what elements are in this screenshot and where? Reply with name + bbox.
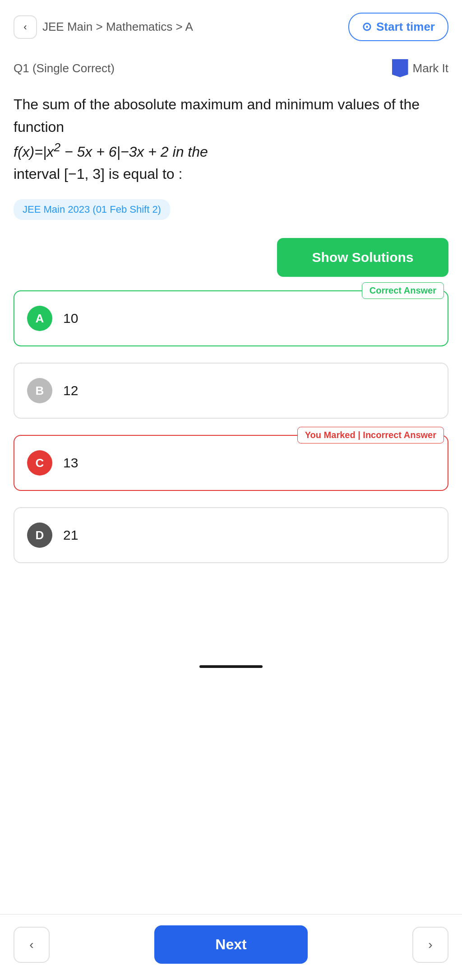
show-solutions-button[interactable]: Show Solutions <box>277 238 448 277</box>
option-id-c: C <box>36 456 44 470</box>
question-formula: f(x)=|x2 − 5x + 6|−3x + 2 in the <box>14 144 208 160</box>
breadcrumb: JEE Main > Mathematics > A <box>42 20 193 34</box>
bottom-navigation: ‹ Next › <box>0 914 462 980</box>
option-text-c: 13 <box>63 455 78 471</box>
option-wrapper-d: D 21 <box>14 507 448 563</box>
option-id-a: A <box>36 312 44 326</box>
mark-it-button[interactable]: Mark It <box>392 59 448 77</box>
bookmark-icon <box>392 59 408 77</box>
jee-tag: JEE Main 2023 (01 Feb Shift 2) <box>14 199 170 220</box>
next-button[interactable]: Next <box>154 925 308 964</box>
option-wrapper-a: Correct Answer A 10 <box>14 290 448 346</box>
option-circle-d: D <box>27 523 52 548</box>
back-button[interactable]: ‹ <box>14 15 37 39</box>
question-text-part1: The sum of the abosolute maximum and min… <box>14 96 420 135</box>
tag-container: JEE Main 2023 (01 Feb Shift 2) <box>0 195 462 233</box>
back-icon: ‹ <box>23 21 27 33</box>
timer-icon: ⊙ <box>362 20 372 34</box>
option-id-d: D <box>36 528 44 542</box>
bottom-indicator <box>199 665 263 668</box>
option-wrapper-b: B 12 <box>14 363 448 419</box>
header-left: ‹ JEE Main > Mathematics > A <box>14 15 193 39</box>
question-text-part2: interval [−1, 3] is equal to : <box>14 166 182 182</box>
option-text-d: 21 <box>63 527 78 543</box>
question-label: Q1 (Single Correct) <box>14 61 115 75</box>
next-arrow-button[interactable]: › <box>412 927 448 963</box>
incorrect-answer-badge: You Marked | Incorrect Answer <box>297 427 444 443</box>
header: ‹ JEE Main > Mathematics > A ⊙ Start tim… <box>0 0 462 50</box>
option-circle-b: B <box>27 378 52 403</box>
option-text-b: 12 <box>63 383 78 398</box>
mark-it-label: Mark It <box>413 61 448 75</box>
correct-answer-badge: Correct Answer <box>362 282 444 299</box>
question-info-bar: Q1 (Single Correct) Mark It <box>0 50 462 86</box>
option-card-b[interactable]: B 12 <box>14 363 448 419</box>
start-timer-button[interactable]: ⊙ Start timer <box>348 13 448 41</box>
prev-button[interactable]: ‹ <box>14 927 50 963</box>
question-text: The sum of the abosolute maximum and min… <box>0 86 462 195</box>
option-wrapper-c: You Marked | Incorrect Answer C 13 <box>14 435 448 491</box>
option-card-d[interactable]: D 21 <box>14 507 448 563</box>
option-text-a: 10 <box>63 311 78 326</box>
option-circle-c: C <box>27 450 52 476</box>
start-timer-label: Start timer <box>376 20 435 34</box>
option-circle-a: A <box>27 306 52 331</box>
option-id-b: B <box>36 384 44 398</box>
next-arrow-icon: › <box>428 938 432 952</box>
prev-icon: ‹ <box>29 938 33 952</box>
options-container: Correct Answer A 10 B 12 <box>0 290 462 579</box>
